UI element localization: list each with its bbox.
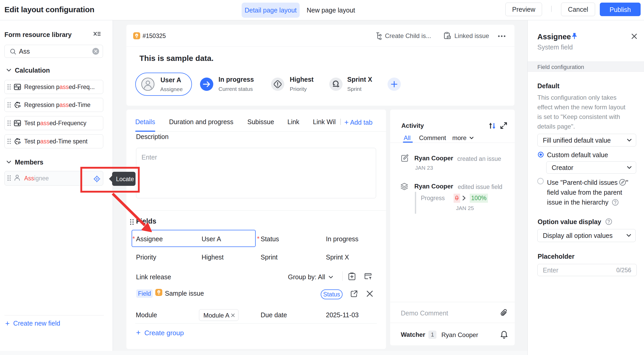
svg-text:P: P [18, 104, 21, 109]
svg-text:P: P [18, 141, 21, 145]
